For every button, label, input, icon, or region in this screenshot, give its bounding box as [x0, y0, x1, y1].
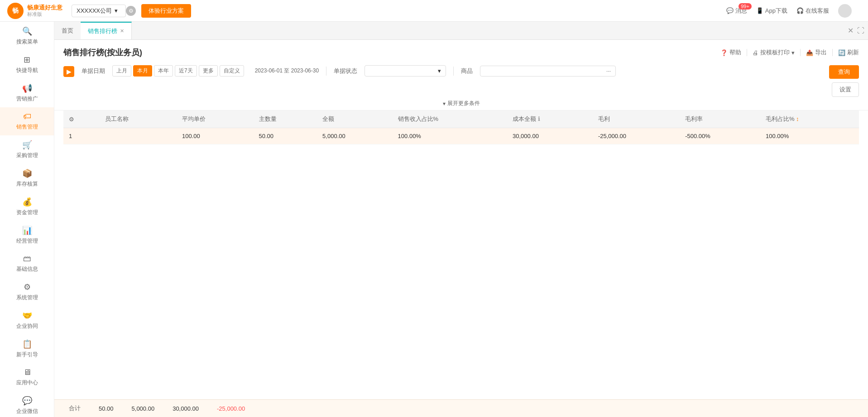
table-header-row: ⚙ 员工名称 平均单价 主数量 全额 销售收入占比% 成本全额 ℹ 毛利 毛利率… [63, 110, 859, 128]
cell-gross: -25,000.00 [593, 128, 680, 144]
app-download-label: App下载 [765, 7, 787, 15]
col-avg-price: 平均单价 [177, 110, 254, 128]
chevron-down-icon: ▾ [443, 101, 446, 107]
sidebar-label-operation: 经营管理 [16, 237, 38, 245]
refresh-button[interactable]: 🔄 刷新 [838, 48, 859, 57]
date-btn-more[interactable]: 更多 [199, 65, 218, 77]
export-button[interactable]: 📤 导出 [806, 48, 827, 57]
grid-icon: ⊞ [24, 55, 30, 65]
online-service-label: 在线客服 [806, 7, 829, 15]
sidebar-item-operation[interactable]: 📊 经营管理 [0, 221, 54, 249]
goods-more-icon[interactable]: ··· [606, 68, 611, 74]
footer-cost: 30,000.00 [173, 405, 199, 412]
sidebar-item-guide[interactable]: 📋 新手引导 [0, 335, 54, 363]
sidebar-item-system[interactable]: ⚙ 系统管理 [0, 278, 54, 306]
fullscreen-icon[interactable]: ⛶ [857, 27, 864, 35]
sort-icon: ↕ [796, 115, 799, 122]
table-container: ⚙ 员工名称 平均单价 主数量 全额 销售收入占比% 成本全额 ℹ 毛利 毛利率… [54, 110, 868, 144]
sidebar: 🔍 搜索菜单 ⊞ 快捷导航 📢 营销推广 🏷 销售管理 🛒 采购管理 📦 [0, 22, 54, 417]
chevron-down-icon: ▾ [438, 67, 441, 74]
date-btn-custom[interactable]: 自定义 [220, 65, 244, 77]
sidebar-item-sales[interactable]: 🏷 销售管理 [0, 107, 54, 135]
logo-subtitle: 标准版 [27, 11, 62, 17]
tab-sales-ranking[interactable]: 销售排行榜 ✕ [81, 22, 132, 39]
date-btn-this-year[interactable]: 本年 [154, 65, 173, 77]
settings-button[interactable]: 设置 [832, 82, 859, 97]
wechat-icon: 💬 [22, 396, 32, 406]
print-button[interactable]: 🖨 按模板打印 ▾ [753, 48, 795, 57]
tab-label: 销售排行榜 [88, 27, 117, 35]
table-header: ⚙ 员工名称 平均单价 主数量 全额 销售收入占比% 成本全额 ℹ 毛利 毛利率… [63, 110, 859, 128]
online-service-item[interactable]: 🎧 在线客服 [796, 7, 829, 15]
company-settings-icon[interactable]: ⚙ [126, 6, 136, 16]
tab-home[interactable]: 首页 [54, 22, 81, 39]
filter-divider [326, 67, 326, 76]
cell-gross-ratio: 100.00% [760, 128, 859, 144]
tab-close-icon[interactable]: ✕ [120, 28, 124, 34]
sidebar-item-appstore[interactable]: 🖥 应用中心 [0, 363, 54, 391]
sidebar-label-basic: 基础信息 [16, 265, 38, 273]
goods-label: 商品 [461, 67, 473, 75]
sidebar-item-shortcut[interactable]: ⊞ 快捷导航 [0, 50, 54, 79]
col-sales-ratio: 销售收入占比% [393, 110, 507, 128]
sidebar-item-marketing[interactable]: 📢 营销推广 [0, 79, 54, 107]
sidebar-item-wechat[interactable]: 💬 企业微信 [0, 391, 54, 417]
date-btn-7days[interactable]: 近7天 [175, 65, 197, 77]
sidebar-item-search[interactable]: 🔍 搜索菜单 [0, 22, 54, 50]
footer-gross: -25,000.00 [217, 405, 245, 412]
date-button-group: 上月 本月 本年 近7天 更多 自定义 [112, 65, 244, 77]
sidebar-item-basic[interactable]: 🗃 基础信息 [0, 249, 54, 278]
footer-label: 合计 [69, 404, 81, 412]
cell-name [100, 128, 177, 144]
col-amount: 全额 [317, 110, 393, 128]
filter-row-1: 单据日期 上月 本月 本年 近7天 更多 自定义 2023-06-01 至 20… [82, 65, 822, 77]
sidebar-item-finance[interactable]: 💰 资金管理 [0, 192, 54, 221]
megaphone-icon: 📢 [22, 83, 32, 93]
date-btn-this-month[interactable]: 本月 [133, 65, 152, 77]
sidebar-label-shortcut: 快捷导航 [16, 67, 38, 74]
search-icon: 🔍 [22, 26, 32, 36]
data-table: ⚙ 员工名称 平均单价 主数量 全额 销售收入占比% 成本全额 ℹ 毛利 毛利率… [63, 110, 859, 144]
table-footer: 合计 50.00 5,000.00 30,000.00 -25,000.00 [54, 399, 868, 417]
company-selector[interactable]: XXXXXX公司 ▾ [72, 5, 126, 17]
col-settings[interactable]: ⚙ [63, 110, 100, 128]
chevron-down-icon: ▾ [115, 7, 118, 14]
company-name: XXXXXX公司 [77, 7, 112, 15]
monitor-icon: 🖥 [23, 368, 31, 377]
sidebar-label-inventory: 库存核算 [16, 180, 38, 188]
settings-col-icon: ⚙ [69, 116, 74, 123]
sidebar-item-purchase[interactable]: 🛒 采购管理 [0, 135, 54, 164]
sidebar-label-finance: 资金管理 [16, 209, 38, 216]
download-icon: 📱 [756, 7, 763, 14]
sidebar-item-inventory[interactable]: 📦 库存核算 [0, 164, 54, 192]
print-dropdown-icon: ▾ [791, 49, 795, 56]
status-select[interactable]: ▾ [364, 65, 446, 77]
sidebar-item-cooperation[interactable]: 🤝 企业协同 [0, 306, 54, 335]
question-icon: ❓ [720, 49, 728, 56]
expand-arrow-icon[interactable]: ▶ [63, 66, 74, 77]
database-icon: 🗃 [23, 254, 31, 264]
content-area: 首页 销售排行榜 ✕ ✕ ⛶ 销售排行榜(按业务员) ❓ [54, 22, 868, 417]
sales-icon: 🏷 [23, 112, 31, 121]
cell-sales-ratio: 100.00% [393, 128, 507, 144]
avatar[interactable] [838, 4, 852, 18]
app-download-item[interactable]: 📱 App下载 [756, 7, 787, 15]
divider1 [747, 49, 747, 56]
expand-more-button[interactable]: ▾ 展开更多条件 [443, 100, 480, 107]
message-icon-item[interactable]: 💬 消息 99+ [726, 7, 747, 15]
query-button[interactable]: 查询 [829, 65, 859, 79]
logo-text: 畅康通好生意 标准版 [27, 4, 62, 17]
help-button[interactable]: ❓ 帮助 [720, 48, 741, 57]
export-icon: 📤 [806, 49, 813, 56]
chart-icon: 📊 [22, 225, 32, 235]
goods-filter[interactable]: ··· [480, 66, 616, 77]
close-window-icon[interactable]: ✕ [848, 26, 854, 35]
status-label: 单据状态 [334, 67, 357, 75]
experience-button[interactable]: 体验行业方案 [141, 4, 191, 18]
col-employee-name: 员工名称 [100, 110, 177, 128]
page-title: 销售排行榜(按业务员) [63, 47, 142, 58]
money-icon: 💰 [22, 197, 32, 207]
handshake-icon: 🤝 [22, 311, 32, 321]
sidebar-label-marketing: 营销推广 [16, 95, 38, 103]
date-btn-last-month[interactable]: 上月 [112, 65, 131, 77]
